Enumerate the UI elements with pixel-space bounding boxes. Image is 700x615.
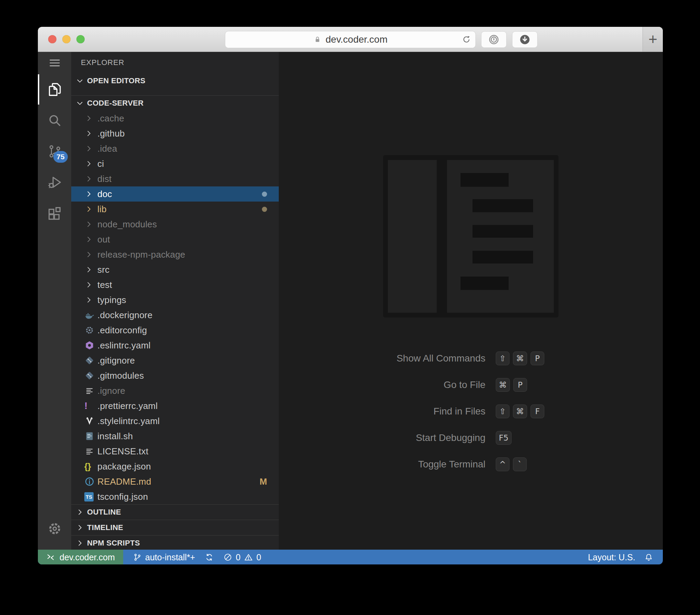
tree-row[interactable]: test — [71, 277, 279, 292]
chevron-down-icon — [75, 99, 84, 108]
minimize-window-button[interactable] — [62, 35, 71, 43]
tree-item-label: package.json — [97, 461, 267, 472]
tree-row[interactable]: .github — [71, 126, 279, 141]
sync-button[interactable] — [205, 553, 214, 562]
remote-indicator[interactable]: dev.coder.com — [38, 550, 123, 564]
chevron-right-icon — [84, 295, 97, 304]
tree-item-label: lib — [97, 204, 262, 215]
tree-row[interactable]: .editorconfig — [71, 323, 279, 338]
url-bar[interactable]: dev.coder.com — [225, 31, 476, 48]
sidebar-section-outline[interactable]: OUTLINE — [71, 504, 279, 520]
tree-row[interactable]: .gitignore — [71, 353, 279, 368]
chevron-right-icon — [84, 250, 97, 259]
watermark-sidebar-panel — [388, 160, 437, 313]
activity-item-explorer[interactable] — [38, 74, 71, 105]
tree-row[interactable]: typings — [71, 292, 279, 308]
chevron-right-icon — [84, 114, 97, 123]
workspace-header[interactable]: CODE-SERVER — [71, 95, 279, 111]
new-tab-button[interactable]: + — [643, 27, 663, 52]
shortcut-keys: ⌘P — [496, 378, 575, 392]
chevron-down-icon — [75, 76, 84, 85]
tree-row[interactable]: out — [71, 232, 279, 247]
sidebar-section-npm-scripts[interactable]: NPM SCRIPTS — [71, 535, 279, 550]
vscode-workbench: 75 EXPLORER OPEN EDITORS CODE-SERVER .ca… — [38, 52, 663, 550]
tree-item-label: dist — [97, 174, 267, 184]
zoom-window-button[interactable] — [76, 35, 85, 43]
status-bar-right: Layout: U.S. — [588, 552, 663, 562]
onepassword-button[interactable] — [481, 31, 507, 48]
branch-indicator[interactable]: auto-install*+ — [133, 552, 195, 562]
shortcut-label: Find in Files — [367, 406, 486, 417]
remote-host-label: dev.coder.com — [60, 552, 115, 562]
watermark-bar — [460, 173, 509, 187]
tree-row[interactable]: !.prettierrc.yaml — [71, 398, 279, 413]
sync-icon — [205, 553, 214, 562]
workspace-label: CODE-SERVER — [87, 99, 144, 108]
tree-row[interactable]: .ignore — [71, 383, 279, 398]
tree-row[interactable]: .dockerignore — [71, 308, 279, 323]
tree-row[interactable]: doc — [71, 186, 279, 202]
open-editors-header[interactable]: OPEN EDITORS — [71, 73, 279, 88]
bell-icon[interactable] — [644, 553, 653, 562]
tree-row[interactable]: .cache — [71, 111, 279, 126]
tree-row[interactable]: TStsconfig.json — [71, 489, 279, 504]
reload-button[interactable] — [462, 35, 471, 44]
tree-row[interactable]: src — [71, 262, 279, 277]
lock-icon — [313, 35, 322, 44]
tree-item-label: .stylelintrc.yaml — [97, 416, 267, 427]
tree-row[interactable]: .stylelintrc.yaml — [71, 413, 279, 429]
tree-row[interactable]: release-npm-package — [71, 247, 279, 262]
sidebar-section-timeline[interactable]: TIMELINE — [71, 520, 279, 535]
shortcut-label: Toggle Terminal — [367, 459, 486, 470]
tree-item-label: src — [97, 265, 267, 275]
keycap: ^ — [496, 457, 510, 471]
tree-row[interactable]: .gitmodules — [71, 368, 279, 383]
shortcut-keys: F5 — [496, 431, 575, 445]
download-button[interactable] — [512, 31, 538, 48]
shortcut-row: Show All Commands⇧⌘P — [367, 345, 575, 371]
tree-row[interactable]: {}package.json — [71, 459, 279, 474]
search-icon — [47, 112, 63, 128]
screen: { "browser": { "url": "dev.coder.com", "… — [0, 0, 700, 615]
tree-row[interactable]: README.mdM — [71, 474, 279, 489]
traffic-lights — [48, 27, 85, 52]
download-icon — [519, 34, 531, 45]
keycap: ⇧ — [496, 404, 510, 418]
tree-row[interactable]: node_modules — [71, 217, 279, 232]
file-tree: .cache.github.ideacidistdoclibnode_modul… — [71, 111, 279, 504]
tree-row[interactable]: lib — [71, 202, 279, 217]
tree-item-label: README.md — [97, 476, 259, 487]
tree-item-label: doc — [97, 189, 262, 199]
activity-item-source-control[interactable]: 75 — [38, 136, 71, 167]
chevron-right-icon — [75, 523, 84, 532]
problems-indicator[interactable]: 0 0 — [223, 552, 261, 562]
tree-row[interactable]: .eslintrc.yaml — [71, 338, 279, 353]
tree-row[interactable]: LICENSE.txt — [71, 444, 279, 459]
extensions-icon — [47, 205, 63, 221]
keycap: P — [531, 352, 544, 365]
menu-icon — [48, 56, 62, 70]
tree-item-label: ci — [97, 159, 267, 169]
open-editors-label: OPEN EDITORS — [87, 76, 145, 85]
keycap: ` — [513, 457, 527, 471]
tree-row[interactable]: install.sh — [71, 429, 279, 444]
keyboard-layout-label[interactable]: Layout: U.S. — [588, 552, 635, 562]
close-window-button[interactable] — [48, 35, 56, 43]
shortcut-row: Find in Files⇧⌘F — [367, 398, 575, 424]
tree-row[interactable]: dist — [71, 171, 279, 186]
activity-item-settings[interactable] — [38, 513, 71, 544]
tree-row[interactable]: ci — [71, 156, 279, 171]
activity-item-search[interactable] — [38, 105, 71, 136]
keycap: ⌘ — [513, 352, 527, 365]
branch-label: auto-install*+ — [145, 552, 195, 562]
keycap: P — [513, 378, 527, 392]
activity-item-debug[interactable] — [38, 167, 71, 198]
explorer-sidebar: EXPLORER OPEN EDITORS CODE-SERVER .cache… — [71, 52, 279, 550]
tree-item-label: .dockerignore — [97, 310, 267, 321]
tree-row[interactable]: .idea — [71, 141, 279, 156]
activity-item-extensions[interactable] — [38, 198, 71, 229]
tree-item-label: .gitignore — [97, 355, 267, 366]
activity-item-menu[interactable] — [38, 52, 71, 74]
chevron-right-icon — [84, 159, 97, 168]
section-label: TIMELINE — [87, 523, 123, 532]
